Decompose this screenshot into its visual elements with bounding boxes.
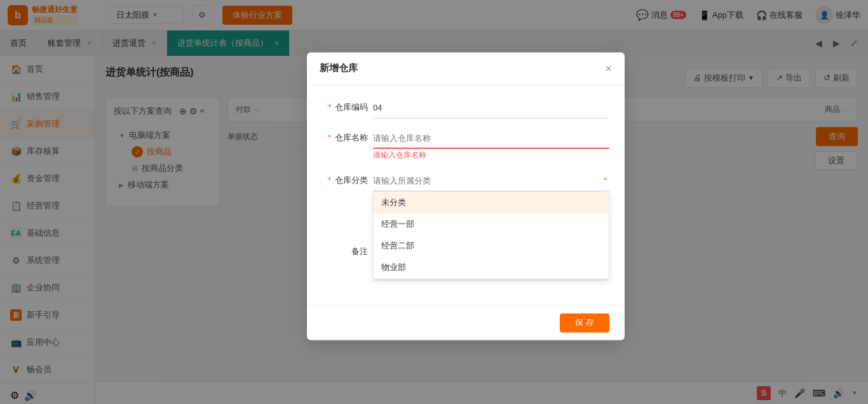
category-arrow-icon[interactable]: ⌃ bbox=[602, 176, 609, 186]
category-dropdown: 未分类 经营一部 经营二部 物业部 bbox=[373, 191, 609, 279]
code-label: * 仓库编码 bbox=[322, 98, 373, 113]
new-warehouse-modal: 新增仓库 × * 仓库编码 * 仓库名称 请输入仓库名称 bbox=[307, 52, 625, 340]
notes-label: 备注 bbox=[322, 242, 373, 257]
form-row-code: * 仓库编码 bbox=[322, 98, 609, 118]
modal-title: 新增仓库 bbox=[320, 62, 358, 74]
name-error-text: 请输入仓库名称 bbox=[373, 150, 609, 161]
modal-header: 新增仓库 × bbox=[307, 52, 625, 85]
save-button[interactable]: 保 存 bbox=[560, 313, 609, 332]
name-label: * 仓库名称 bbox=[322, 128, 373, 144]
dropdown-item-ops1[interactable]: 经营一部 bbox=[374, 213, 609, 235]
code-control bbox=[373, 98, 609, 118]
category-label: * 仓库分类 bbox=[322, 171, 373, 186]
modal-close-button[interactable]: × bbox=[605, 63, 612, 74]
modal-footer: 保 存 bbox=[307, 305, 625, 340]
code-input[interactable] bbox=[373, 98, 609, 118]
category-control: ⌃ 未分类 经营一部 经营二部 物业部 bbox=[373, 171, 609, 191]
form-row-name: * 仓库名称 请输入仓库名称 bbox=[322, 128, 609, 161]
name-input[interactable] bbox=[373, 128, 609, 149]
form-row-category: * 仓库分类 ⌃ 未分类 经营一部 经营二部 物业部 bbox=[322, 171, 609, 191]
name-control: 请输入仓库名称 bbox=[373, 128, 609, 161]
category-input[interactable] bbox=[373, 171, 602, 191]
dropdown-item-property[interactable]: 物业部 bbox=[374, 257, 609, 278]
dropdown-item-ops2[interactable]: 经营二部 bbox=[374, 235, 609, 257]
dropdown-item-unclassified[interactable]: 未分类 bbox=[374, 192, 609, 213]
modal-body: * 仓库编码 * 仓库名称 请输入仓库名称 * 仓库分类 bbox=[307, 85, 625, 305]
category-select[interactable]: ⌃ bbox=[373, 171, 609, 191]
